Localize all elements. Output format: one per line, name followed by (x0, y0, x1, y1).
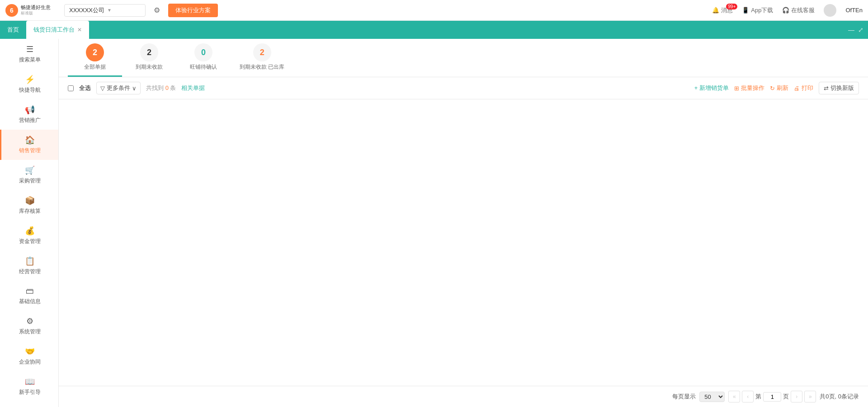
main-layout: ☰ 搜索菜单 ⚡ 快捷导航 📢 营销推广 🏠 销售管理 🛒 采购管理 📦 库存核… (0, 39, 868, 407)
username: OfTEn (845, 7, 863, 14)
avatar[interactable] (824, 4, 836, 17)
related-records-link[interactable]: 相关单据 (181, 84, 205, 92)
sidebar-item-marketing[interactable]: 📢 营销推广 (0, 99, 58, 130)
purchase-icon: 🛒 (25, 165, 35, 175)
batch-operation-button[interactable]: ⊞ 批量操作 (734, 84, 764, 92)
switch-version-button[interactable]: ⇄ 切换新版 (819, 82, 859, 94)
app-download-button[interactable]: 📱 App下载 (742, 6, 773, 14)
search-menu-icon: ☰ (26, 44, 33, 54)
message-button[interactable]: 🔔 消息 99+ (712, 6, 733, 14)
gear-button[interactable]: ⚙ (150, 4, 164, 17)
tab-home[interactable]: 首页 (0, 21, 26, 39)
sidebar-item-operation[interactable]: 📋 经营管理 (0, 251, 58, 281)
experience-button[interactable]: 体验行业方案 (168, 4, 218, 17)
filter-button[interactable]: ▽ 更多条件 ∨ (96, 82, 141, 94)
toolbar: 全选 ▽ 更多条件 ∨ 共找到 0 条 相关单据 + 新增销货单 ⊞ 批量操作 … (59, 77, 868, 99)
table-area (59, 99, 868, 386)
refresh-button[interactable]: ↻ 刷新 (770, 84, 788, 92)
stat-num-overdue: 2 (140, 43, 158, 61)
page-size-select[interactable]: 50 10 20 100 (699, 392, 725, 402)
message-badge: 99+ (726, 4, 737, 9)
company-selector[interactable]: XXXXXX公司 ▼ (64, 4, 146, 17)
stat-label-pending: 旺铺待确认 (190, 63, 217, 71)
page-navigation: « ‹ 第 页 › » (728, 391, 816, 402)
online-service-button[interactable]: 🎧 在线客服 (782, 6, 815, 14)
logo-icon: 6 (5, 4, 18, 17)
sidebar-item-apps[interactable]: 📱 应用中心 (0, 402, 58, 407)
stats-tabs: 2 全部单据 2 到期未收款 0 旺铺待确认 2 到期未收款 已出库 (59, 39, 868, 77)
page-unit: 页 (783, 393, 789, 401)
page-word: 第 (755, 393, 761, 401)
company-name: XXXXXX公司 (69, 6, 104, 14)
minimize-icon[interactable]: — (848, 26, 854, 33)
top-bar: 6 畅捷通好生意 标准版 XXXXXX公司 ▼ ⚙ 体验行业方案 🔔 消息 99… (0, 0, 868, 21)
stat-label-all: 全部单据 (84, 63, 106, 71)
logo-area: 6 畅捷通好生意 标准版 (5, 4, 64, 17)
toolbar-right: + 新增销货单 ⊞ 批量操作 ↻ 刷新 🖨 打印 ⇄ 切换新版 (694, 82, 859, 94)
stat-num-all: 2 (86, 43, 104, 61)
filter-icon: ▽ (100, 85, 105, 92)
operation-icon: 📋 (25, 256, 35, 266)
sidebar-item-system[interactable]: ⚙ 系统管理 (0, 311, 58, 341)
found-count: 0 (165, 84, 169, 91)
sidebar: ☰ 搜索菜单 ⚡ 快捷导航 📢 营销推广 🏠 销售管理 🛒 采购管理 📦 库存核… (0, 39, 59, 407)
page-size-label: 每页显示 (672, 393, 696, 401)
bell-icon: 🔔 (712, 7, 719, 14)
sidebar-item-quicknav[interactable]: ⚡ 快捷导航 (0, 69, 58, 99)
top-right-actions: 🔔 消息 99+ 📱 App下载 🎧 在线客服 OfTEn (712, 4, 863, 17)
stat-num-overdue-out: 2 (253, 43, 271, 61)
next-page-button[interactable]: › (791, 391, 802, 402)
system-icon: ⚙ (26, 316, 33, 326)
tab-cashflow[interactable]: 钱货日清工作台 ✕ (26, 21, 89, 39)
logo-title: 畅捷通好生意 (21, 4, 51, 10)
stat-tab-all[interactable]: 2 全部单据 (68, 39, 122, 77)
filter-chevron: ∨ (132, 85, 137, 92)
pagination: 每页显示 50 10 20 100 « ‹ 第 页 › » 共0页, 0条记录 (59, 386, 868, 407)
sidebar-item-finance[interactable]: 💰 资金管理 (0, 220, 58, 251)
phone-icon: 📱 (742, 7, 749, 14)
batch-icon: ⊞ (734, 85, 739, 92)
total-info: 共0页, 0条记录 (820, 393, 859, 401)
found-text: 共找到 0 条 (146, 84, 176, 92)
stat-label-overdue-out: 到期未收款 已出库 (240, 63, 284, 71)
base-icon: 🗃 (26, 286, 34, 296)
tab-bar: 首页 钱货日清工作台 ✕ — ⤢ (0, 21, 868, 39)
sidebar-item-enterprise[interactable]: 🤝 企业协同 (0, 341, 58, 371)
sidebar-item-purchase[interactable]: 🛒 采购管理 (0, 160, 58, 190)
guide-icon: 📖 (25, 377, 35, 387)
tab-bar-actions: — ⤢ (848, 26, 868, 33)
switch-icon: ⇄ (824, 85, 829, 92)
finance-icon: 💰 (25, 226, 35, 236)
chevron-down-icon: ▼ (107, 8, 112, 13)
add-sales-order-button[interactable]: + 新增销货单 (694, 84, 729, 92)
enterprise-icon: 🤝 (25, 346, 35, 356)
sidebar-item-sales[interactable]: 🏠 销售管理 (0, 130, 58, 160)
prev-page-button[interactable]: ‹ (742, 391, 754, 402)
logo-badge: 标准版 (21, 10, 51, 16)
stat-tab-overdue[interactable]: 2 到期未收款 (122, 39, 176, 77)
sales-icon: 🏠 (25, 135, 35, 145)
last-page-button[interactable]: » (804, 391, 816, 402)
content-area: 2 全部单据 2 到期未收款 0 旺铺待确认 2 到期未收款 已出库 全选 ▽ … (59, 39, 868, 407)
select-all-label: 全选 (79, 84, 91, 92)
sidebar-item-guide[interactable]: 📖 新手引导 (0, 371, 58, 402)
stat-tab-overdue-out[interactable]: 2 到期未收款 已出库 (231, 39, 293, 77)
sidebar-item-search[interactable]: ☰ 搜索菜单 (0, 39, 58, 69)
refresh-icon: ↻ (770, 85, 775, 92)
sidebar-item-base[interactable]: 🗃 基础信息 (0, 281, 58, 311)
marketing-icon: 📢 (25, 105, 35, 115)
sidebar-item-inventory[interactable]: 📦 库存核算 (0, 190, 58, 220)
print-icon: 🖨 (794, 85, 800, 92)
headset-icon: 🎧 (782, 7, 789, 14)
expand-icon[interactable]: ⤢ (858, 26, 863, 33)
inventory-icon: 📦 (25, 196, 35, 206)
print-button[interactable]: 🖨 打印 (794, 84, 813, 92)
tab-close-icon[interactable]: ✕ (77, 27, 82, 33)
first-page-button[interactable]: « (728, 391, 740, 402)
select-all-checkbox[interactable] (68, 85, 74, 91)
page-input[interactable] (763, 392, 781, 402)
stat-tab-pending[interactable]: 0 旺铺待确认 (176, 39, 231, 77)
stat-label-overdue: 到期未收款 (136, 63, 163, 71)
filter-label: 更多条件 (107, 84, 130, 92)
stat-num-pending: 0 (194, 43, 212, 61)
